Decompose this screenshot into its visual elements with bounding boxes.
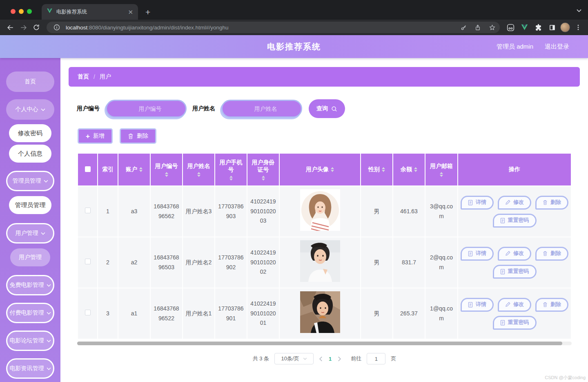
user-no-input[interactable] (112, 105, 188, 112)
share-icon[interactable] (472, 22, 483, 33)
sidebar-item-admin-management-sub[interactable]: 管理员管理 (9, 196, 51, 214)
edit-button[interactable]: 修改 (498, 247, 531, 261)
back-icon[interactable] (4, 21, 16, 34)
detail-button[interactable]: 详情 (461, 196, 494, 210)
user-no-label: 用户编号 (77, 105, 100, 112)
sidebar-item-personal-center[interactable]: 个人中心 (6, 99, 54, 120)
sidebar-item-user-management[interactable]: 用户管理 (6, 223, 54, 243)
column-header: 用户头像 (306, 166, 329, 173)
goto-page-input[interactable] (367, 353, 385, 364)
vue-devtools-icon[interactable] (519, 22, 530, 33)
sort-caret-icon[interactable] (197, 172, 200, 177)
close-window-button[interactable] (11, 9, 16, 14)
user-no-field[interactable] (106, 100, 187, 118)
sort-caret-icon[interactable] (382, 167, 385, 172)
minimize-window-button[interactable] (19, 9, 24, 14)
horizontal-scrollbar[interactable] (77, 342, 572, 345)
sort-caret-icon[interactable] (262, 176, 265, 181)
sidebar-item-movie-forum-management[interactable]: 电影论坛管理 (6, 331, 54, 351)
page-unit-label: 页 (391, 355, 396, 362)
sidebar-item-free-movie-management[interactable]: 免费电影管理 (6, 275, 54, 295)
browser-tabstrip: 电影推荐系统 ✕ + (0, 0, 588, 20)
sort-caret-icon[interactable] (414, 167, 417, 172)
document-icon (468, 302, 473, 308)
table-row: 3 a1 1684376896522 用户姓名1 17703786901 410… (78, 288, 571, 339)
next-page-icon[interactable] (338, 356, 341, 362)
select-all-checkbox[interactable] (85, 166, 91, 172)
sidebar-item-user-management-sub-active[interactable]: 用户管理 (10, 248, 50, 266)
delete-button[interactable]: 删除 (120, 128, 156, 144)
browser-toolbar: localhost:8080/dianyingtuijianxitong/adm… (0, 20, 588, 35)
sidebar-item-movie-news-management[interactable]: 电影资讯管理 (6, 358, 54, 379)
reload-icon[interactable] (30, 21, 42, 34)
column-header: 用户身份证号 (250, 159, 276, 174)
sort-caret-icon[interactable] (139, 167, 143, 172)
delete-row-button[interactable]: 删除 (535, 247, 568, 261)
user-name-field[interactable] (221, 100, 302, 118)
browser-tab[interactable]: 电影推荐系统 ✕ (42, 4, 138, 20)
edit-button[interactable]: 修改 (498, 196, 531, 210)
table-row: 2 a2 1684376896503 用户姓名2 17703786902 410… (78, 237, 571, 288)
main-content: 首页 / 用户 用户编号 用户姓名 查询 (60, 58, 588, 382)
user-name-input[interactable] (228, 105, 303, 112)
logout-link[interactable]: 退出登录 (545, 43, 569, 51)
forward-icon[interactable] (17, 21, 29, 34)
document-icon (468, 200, 473, 206)
column-header: 用户编号 (155, 163, 178, 170)
trash-icon (543, 302, 548, 307)
detail-button[interactable]: 详情 (461, 298, 494, 312)
sidebar-item-change-password[interactable]: 修改密码 (9, 124, 51, 142)
sidebar-item-admin-management[interactable]: 管理员管理 (6, 171, 54, 191)
row-checkbox[interactable] (85, 310, 91, 315)
prev-page-icon[interactable] (319, 356, 323, 362)
reset-password-button[interactable]: 重置密码 (493, 316, 537, 330)
column-header: 账户 (126, 166, 137, 173)
detail-button[interactable]: 详情 (461, 247, 494, 261)
delete-row-button[interactable]: 删除 (535, 298, 568, 312)
current-page-number[interactable]: 1 (328, 356, 332, 362)
document-icon (500, 269, 505, 275)
chevron-down-icon (44, 180, 48, 183)
tab-groups-extension-icon[interactable] (505, 22, 516, 33)
reset-password-button[interactable]: 重置密码 (493, 214, 537, 228)
browser-menu-icon[interactable] (572, 22, 584, 33)
browser-window: 电影推荐系统 ✕ + localhost:8080/dianyingtuijia… (0, 0, 588, 382)
page-size-select[interactable]: 10条/页 (274, 353, 314, 364)
tab-close-icon[interactable]: ✕ (128, 9, 133, 15)
zoom-window-button[interactable] (27, 9, 32, 14)
column-header: 性别 (368, 166, 380, 173)
document-icon (500, 218, 505, 223)
url-bar[interactable]: localhost:8080/dianyingtuijianxitong/adm… (47, 22, 500, 33)
new-tab-button[interactable]: + (145, 8, 150, 16)
breadcrumb-home[interactable]: 首页 (78, 73, 89, 80)
scrollbar-thumb[interactable] (77, 342, 562, 345)
sort-caret-icon[interactable] (440, 172, 443, 177)
reset-password-button[interactable]: 重置密码 (493, 265, 537, 279)
user-name-label: 用户姓名 (192, 105, 215, 112)
add-button[interactable]: + 新增 (78, 128, 113, 144)
column-header: 用户邮箱 (430, 163, 453, 170)
extensions-puzzle-icon[interactable] (532, 22, 544, 33)
delete-row-button[interactable]: 删除 (535, 196, 568, 210)
sort-caret-icon[interactable] (331, 167, 334, 172)
row-checkbox[interactable] (85, 208, 91, 213)
query-button[interactable]: 查询 (309, 99, 345, 118)
sort-caret-icon[interactable] (165, 172, 168, 177)
password-key-icon[interactable] (458, 22, 469, 33)
side-panel-icon[interactable] (546, 22, 558, 33)
profile-avatar[interactable] (560, 22, 570, 32)
row-checkbox[interactable] (85, 259, 91, 264)
bookmark-star-icon[interactable] (487, 22, 497, 33)
sort-caret-icon[interactable] (229, 176, 233, 181)
sidebar-item-personal-info[interactable]: 个人信息 (9, 145, 51, 163)
tab-search-chevron-icon[interactable] (577, 7, 581, 14)
sidebar-item-paid-movie-management[interactable]: 付费电影管理 (6, 303, 54, 323)
trash-icon (128, 133, 134, 139)
user-avatar-young-woman (300, 291, 340, 333)
trash-icon (543, 251, 548, 256)
column-header: 索引 (102, 166, 114, 172)
sidebar-item-home[interactable]: 首页 (6, 71, 54, 92)
site-info-icon[interactable] (51, 22, 62, 33)
edit-button[interactable]: 修改 (498, 298, 531, 312)
total-count-label: 共 3 条 (253, 355, 269, 362)
